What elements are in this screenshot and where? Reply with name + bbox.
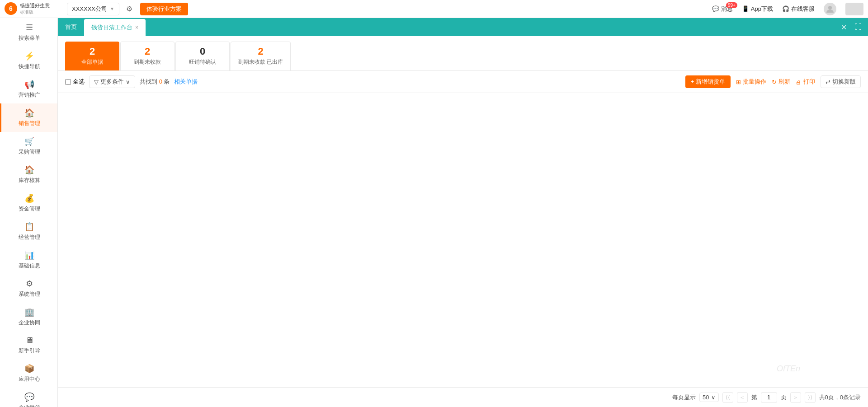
sidebar-item-operations[interactable]: 📋 经营管理 xyxy=(0,217,57,246)
company-selector[interactable]: XXXXXX公司 ▼ xyxy=(67,3,119,15)
sidebar-item-label: 搜索菜单 xyxy=(19,34,40,42)
top-header: 6 畅捷通好生意 标准版 XXXXXX公司 ▼ ⚙ 体验行业方案 💬 消息 99… xyxy=(0,0,868,18)
batch-icon: ⊞ xyxy=(736,79,741,85)
filter-icon: ▽ xyxy=(94,79,99,85)
filter-chevron-icon: ∨ xyxy=(126,79,130,85)
messages-button[interactable]: 💬 消息 99+ xyxy=(712,5,733,13)
logo-area: 6 畅捷通好生意 标准版 xyxy=(5,2,62,15)
app-center-icon: 📦 xyxy=(24,364,34,374)
sidebar-item-label: 新手引导 xyxy=(19,347,40,355)
sidebar-item-basic-info[interactable]: 📊 基础信息 xyxy=(0,246,57,274)
next-page-button[interactable]: ＞ xyxy=(790,392,801,403)
message-icon: 💬 xyxy=(712,5,719,12)
sidebar-item-quick-nav[interactable]: ⚡ 快捷导航 xyxy=(0,47,57,75)
filter-button[interactable]: ▽ 更多条件 ∨ xyxy=(89,75,135,88)
stat-label-pending: 旺铺待确认 xyxy=(183,58,222,66)
stat-tab-pending[interactable]: 0 旺铺待确认 xyxy=(175,42,230,70)
print-button[interactable]: 🖨 打印 xyxy=(796,78,815,86)
page-number-input[interactable] xyxy=(761,392,777,403)
add-sales-order-button[interactable]: + 新增销货单 xyxy=(685,75,731,88)
sidebar-item-finance[interactable]: 💰 资金管理 xyxy=(0,189,57,217)
select-all-label: 全选 xyxy=(73,78,85,86)
sales-icon: 🏠 xyxy=(24,108,34,118)
stat-tab-overdue-out[interactable]: 2 到期未收款 已出库 xyxy=(231,42,291,70)
tab-active-label: 钱货日清工作台 xyxy=(91,23,132,32)
sidebar-item-label: 经营管理 xyxy=(19,234,40,241)
purchase-icon: 🛒 xyxy=(24,136,34,146)
messages-badge: 99+ xyxy=(726,2,737,8)
stat-tab-all[interactable]: 2 全部单据 xyxy=(65,42,119,70)
filter-label: 更多条件 xyxy=(100,78,124,86)
quick-nav-icon: ⚡ xyxy=(24,51,34,61)
chevron-down-icon: ▼ xyxy=(110,6,114,11)
select-all-input[interactable] xyxy=(65,79,71,85)
tab-active[interactable]: 钱货日清工作台 × xyxy=(84,19,146,36)
sidebar-item-label: 资金管理 xyxy=(19,205,40,213)
company-name: XXXXXX公司 xyxy=(72,5,107,13)
tab-bar: 首页 钱货日清工作台 × ✕ ⛶ xyxy=(58,18,868,36)
stat-tab-overdue[interactable]: 2 到期未收款 xyxy=(120,42,175,70)
basic-info-icon: 📊 xyxy=(24,250,34,260)
sidebar-item-marketing[interactable]: 📢 营销推广 xyxy=(0,75,57,103)
tab-maximize-button[interactable]: ⛶ xyxy=(853,22,863,33)
wechat-icon: 💬 xyxy=(24,392,34,402)
table-area: OfTEn xyxy=(58,93,868,387)
sidebar-item-enterprise[interactable]: 🏢 企业协同 xyxy=(0,303,57,331)
settings-button[interactable]: ⚙ xyxy=(123,3,136,15)
sidebar-item-label: 快捷导航 xyxy=(19,63,40,70)
main-layout: ☰ 搜索菜单 ⚡ 快捷导航 📢 营销推广 🏠 销售管理 🛒 采购管理 🏠 库存核… xyxy=(0,18,868,407)
switch-label: 切换新版 xyxy=(832,78,856,86)
refresh-label: 刷新 xyxy=(778,78,790,86)
stat-num-overdue: 2 xyxy=(128,46,167,57)
sidebar-item-label: 应用中心 xyxy=(19,375,40,383)
tab-close-icon[interactable]: × xyxy=(135,24,138,31)
app-download-button[interactable]: 📱 App下载 xyxy=(742,5,773,13)
select-all-checkbox[interactable]: 全选 xyxy=(65,78,85,86)
finance-icon: 💰 xyxy=(24,193,34,203)
enterprise-icon: 🏢 xyxy=(24,307,34,317)
sidebar-item-sales[interactable]: 🏠 销售管理 xyxy=(0,103,57,132)
app-name: 畅捷通好生意 xyxy=(20,2,50,9)
sidebar-item-label: 采购管理 xyxy=(19,148,40,156)
page-size-value: 50 xyxy=(703,394,709,401)
print-label: 打印 xyxy=(803,78,815,86)
service-icon: 🎧 xyxy=(782,5,789,12)
sidebar-item-guide[interactable]: 🖥 新手引导 xyxy=(0,331,57,359)
refresh-button[interactable]: ↻ 刷新 xyxy=(772,78,790,86)
prev-page-button[interactable]: ＜ xyxy=(737,392,748,403)
tab-close-window-button[interactable]: ✕ xyxy=(838,22,849,33)
sidebar-item-label: 企业微信 xyxy=(19,404,40,407)
sidebar-item-label: 企业协同 xyxy=(19,319,40,327)
stat-num-overdue-out: 2 xyxy=(238,46,283,57)
batch-operations-button[interactable]: ⊞ 批量操作 xyxy=(736,78,766,86)
last-page-button[interactable]: ⟩⟩ xyxy=(805,392,816,403)
stat-label-overdue: 到期未收款 xyxy=(128,58,167,66)
page-size-selector[interactable]: 50 ∨ xyxy=(699,393,718,402)
system-icon: ⚙ xyxy=(26,279,33,289)
sidebar-item-search[interactable]: ☰ 搜索菜单 xyxy=(0,18,57,47)
found-text: 共找到 0 条 xyxy=(140,78,170,86)
switch-version-button[interactable]: ⇄ 切换新版 xyxy=(821,75,861,88)
search-menu-icon: ☰ xyxy=(26,23,33,33)
tab-home[interactable]: 首页 xyxy=(58,18,84,36)
sidebar-item-app-center[interactable]: 📦 应用中心 xyxy=(0,359,57,388)
sidebar-item-label: 销售管理 xyxy=(19,120,40,127)
first-page-button[interactable]: ⟨⟨ xyxy=(722,392,733,403)
trial-button[interactable]: 体验行业方案 xyxy=(140,3,188,15)
page-label: 第 xyxy=(751,393,757,402)
sidebar-item-wechat[interactable]: 💬 企业微信 xyxy=(0,388,57,407)
refresh-icon: ↻ xyxy=(772,79,777,85)
avatar[interactable] xyxy=(824,3,836,15)
stats-tabs: 2 全部单据 2 到期未收款 0 旺铺待确认 2 到期未收款 已出库 xyxy=(58,36,868,71)
sidebar-item-system[interactable]: ⚙ 系统管理 xyxy=(0,274,57,303)
found-link[interactable]: 相关单据 xyxy=(174,78,198,86)
tab-home-label: 首页 xyxy=(65,23,77,31)
sidebar-item-inventory[interactable]: 🏠 库存核算 xyxy=(0,160,57,189)
sidebar-item-purchase[interactable]: 🛒 采购管理 xyxy=(0,132,57,160)
header-right: 💬 消息 99+ 📱 App下载 🎧 在线客服 xyxy=(712,3,863,15)
online-service-button[interactable]: 🎧 在线客服 xyxy=(782,5,815,13)
content-area: 首页 钱货日清工作台 × ✕ ⛶ 2 全部单据 2 到期未收款 xyxy=(58,18,868,407)
stat-num-pending: 0 xyxy=(183,46,222,57)
pagination: 每页显示 50 ∨ ⟨⟨ ＜ 第 页 ＞ ⟩⟩ 共0页，0条记录 xyxy=(58,387,868,407)
sidebar: ☰ 搜索菜单 ⚡ 快捷导航 📢 营销推广 🏠 销售管理 🛒 采购管理 🏠 库存核… xyxy=(0,18,58,407)
